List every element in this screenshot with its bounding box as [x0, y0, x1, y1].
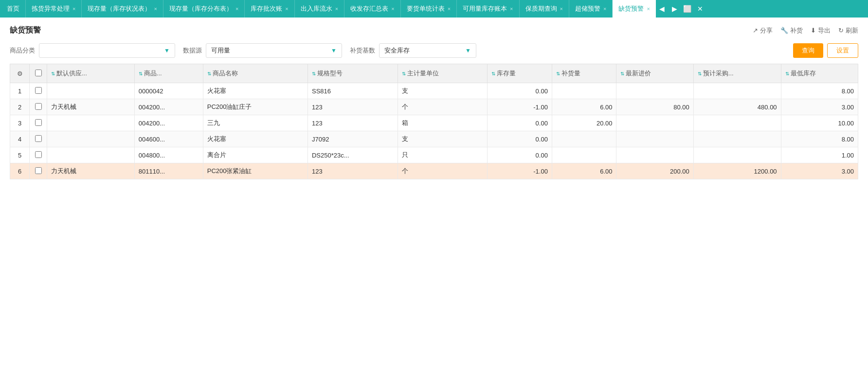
- row-checkbox-cell[interactable]: [30, 83, 47, 99]
- replenish-button[interactable]: 🔧 补货: [780, 26, 803, 35]
- sort-icon-min-stock: ⇅: [785, 71, 789, 76]
- tab-close-expiry-query[interactable]: ×: [560, 6, 563, 12]
- tab-shortage[interactable]: 缺货预警 ×: [613, 0, 655, 18]
- tab-close-batch-account[interactable]: ×: [285, 6, 288, 12]
- tab-close-inventory-dist[interactable]: ×: [235, 6, 238, 12]
- tab-close-inventory-status[interactable]: ×: [154, 6, 157, 12]
- tab-close-shortage[interactable]: ×: [647, 6, 650, 12]
- sort-icon-supplier: ⇅: [51, 71, 55, 76]
- gear-icon[interactable]: ⚙: [15, 68, 25, 79]
- query-button[interactable]: 查询: [793, 43, 823, 58]
- replenish-icon: 🔧: [780, 27, 788, 34]
- row-checkbox-cell[interactable]: [30, 131, 47, 147]
- page-title: 缺货预警: [10, 25, 41, 35]
- table-header-row: ⚙ ⇅ 默认供应... ⇅ 商品...: [10, 64, 858, 83]
- datasource-filter-group: 数据源 可用量 ▼: [183, 43, 342, 58]
- row-index: 1: [10, 83, 30, 99]
- th-latest-price[interactable]: ⇅ 最新进价: [616, 64, 693, 83]
- row-latest-price: [616, 115, 693, 131]
- row-min-stock: 8.00: [781, 131, 858, 147]
- th-unit[interactable]: ⇅ 主计量单位: [398, 64, 488, 83]
- th-default-supplier[interactable]: ⇅ 默认供应...: [47, 64, 135, 83]
- tab-receipt-summary[interactable]: 收发存汇总表 ×: [344, 0, 400, 18]
- row-checkbox[interactable]: [35, 103, 42, 110]
- sort-icon-product-name: ⇅: [207, 71, 211, 76]
- share-button[interactable]: ↗ 分享: [753, 26, 773, 35]
- th-replenish-qty[interactable]: ⇅ 补货量: [552, 64, 616, 83]
- sort-icon-spec: ⇅: [312, 71, 316, 76]
- tab-close-all-button[interactable]: ✕: [694, 0, 706, 18]
- row-latest-price: [616, 83, 693, 99]
- row-spec: J7092: [307, 131, 398, 147]
- share-icon: ↗: [753, 27, 758, 34]
- row-checkbox[interactable]: [35, 87, 42, 94]
- row-replenish-qty: [552, 147, 616, 163]
- tab-inout-flow[interactable]: 出入库流水 ×: [295, 0, 344, 18]
- category-chevron-icon: ▼: [164, 47, 170, 54]
- datasource-select-value: 可用量: [211, 46, 230, 55]
- th-product-code[interactable]: ⇅ 商品...: [134, 64, 203, 83]
- datasource-select[interactable]: 可用量 ▼: [206, 43, 342, 58]
- row-supplier: 力天机械: [47, 163, 135, 179]
- export-button[interactable]: ⬇ 导出: [811, 26, 831, 35]
- tab-inventory-dist[interactable]: 现存量（库存分布表） ×: [163, 0, 245, 18]
- row-est-purchase: [693, 131, 781, 147]
- tab-close-inout-flow[interactable]: ×: [335, 6, 338, 12]
- row-latest-price: 80.00: [616, 99, 693, 115]
- tab-expiry-query[interactable]: 保质期查询 ×: [520, 0, 569, 18]
- row-unit: 支: [398, 131, 488, 147]
- datasource-chevron-icon: ▼: [331, 47, 337, 54]
- th-min-stock[interactable]: ⇅ 最低库存: [781, 64, 858, 83]
- row-checkbox-cell[interactable]: [30, 147, 47, 163]
- row-checkbox[interactable]: [35, 151, 42, 158]
- tab-close-overstock[interactable]: ×: [603, 6, 606, 12]
- th-product-name[interactable]: ⇅ 商品名称: [203, 64, 307, 83]
- row-replenish-qty: [552, 131, 616, 147]
- tab-restore-button[interactable]: ⬜: [681, 0, 694, 18]
- category-select[interactable]: ▼: [39, 43, 175, 58]
- tab-batch-account[interactable]: 库存批次账 ×: [245, 0, 294, 18]
- row-spec: 123: [307, 163, 398, 179]
- row-checkbox[interactable]: [35, 167, 42, 174]
- tab-overstock[interactable]: 超储预警 ×: [569, 0, 613, 18]
- row-index: 2: [10, 99, 30, 115]
- refresh-button[interactable]: ↻ 刷新: [838, 26, 858, 35]
- select-all-checkbox[interactable]: [35, 70, 42, 76]
- th-stock-qty[interactable]: ⇅ 库存量: [488, 64, 552, 83]
- row-product-name: 三九: [203, 115, 307, 131]
- th-checkbox: [30, 64, 47, 83]
- tab-next-button[interactable]: ▶: [669, 0, 681, 18]
- tab-inventory-status[interactable]: 现存量（库存状况表） ×: [82, 0, 163, 18]
- data-table: ⚙ ⇅ 默认供应... ⇅ 商品...: [10, 64, 858, 179]
- th-spec[interactable]: ⇅ 规格型号: [307, 64, 398, 83]
- row-est-purchase: 480.00: [693, 99, 781, 115]
- tab-prev-button[interactable]: ◀: [656, 0, 669, 18]
- tab-close-receipt-summary[interactable]: ×: [391, 6, 394, 12]
- replenish-base-select[interactable]: 安全库存 ▼: [379, 43, 476, 58]
- row-checkbox-cell[interactable]: [30, 163, 47, 179]
- row-checkbox[interactable]: [35, 135, 42, 142]
- tab-order-stats[interactable]: 要货单统计表 ×: [401, 0, 457, 18]
- row-checkbox-cell[interactable]: [30, 115, 47, 131]
- header-actions: ↗ 分享 🔧 补货 ⬇ 导出 ↻ 刷新: [753, 26, 858, 35]
- row-replenish-qty: 6.00: [552, 99, 616, 115]
- tab-exception[interactable]: 拣货异常处理 ×: [26, 0, 82, 18]
- tab-close-available-ledger[interactable]: ×: [510, 6, 513, 12]
- row-min-stock: 8.00: [781, 83, 858, 99]
- row-checkbox[interactable]: [35, 119, 42, 126]
- tab-close-order-stats[interactable]: ×: [448, 6, 451, 12]
- row-checkbox-cell[interactable]: [30, 99, 47, 115]
- th-est-purchase[interactable]: ⇅ 预计采购...: [693, 64, 781, 83]
- sort-icon-est-purchase: ⇅: [698, 71, 702, 76]
- table-row: 2 力天机械 004200... PC200油缸庄子 123 个 -1.00 6…: [10, 99, 858, 115]
- tab-home[interactable]: 首页: [1, 0, 26, 18]
- row-product-name: 火花塞: [203, 83, 307, 99]
- row-est-purchase: [693, 83, 781, 99]
- row-stock-qty: 0.00: [488, 115, 552, 131]
- row-product-code: 004600...: [134, 131, 203, 147]
- tab-available-ledger[interactable]: 可用量库存账本 ×: [457, 0, 519, 18]
- replenish-base-filter-group: 补货基数 安全库存 ▼: [350, 43, 476, 58]
- settings-button[interactable]: 设置: [827, 43, 858, 58]
- tab-close-exception[interactable]: ×: [72, 6, 75, 12]
- table-row: 1 0000042 火花塞 SS816 支 0.00 8.00: [10, 83, 858, 99]
